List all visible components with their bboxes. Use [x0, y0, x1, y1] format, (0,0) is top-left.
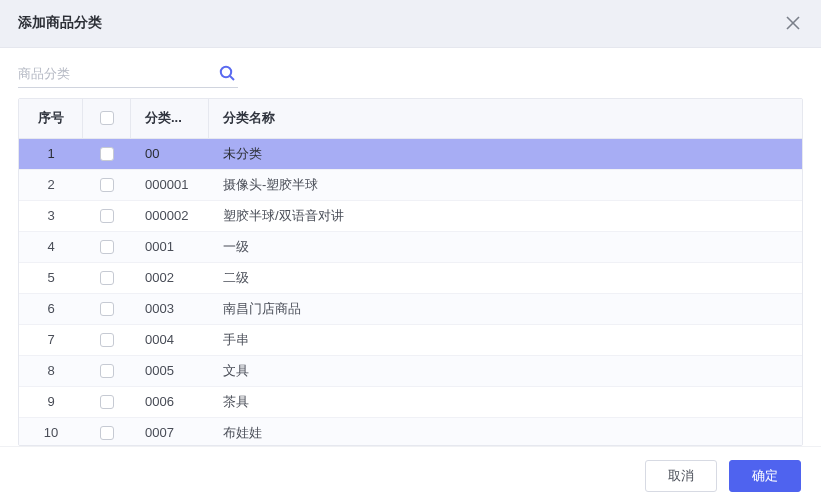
- cell-name: 一级: [209, 232, 802, 262]
- row-checkbox[interactable]: [100, 209, 114, 223]
- cell-checkbox: [83, 325, 131, 355]
- table-row[interactable]: 100未分类: [19, 139, 802, 170]
- cell-name: 南昌门店商品: [209, 294, 802, 324]
- cell-code: 0001: [131, 232, 209, 262]
- cell-code: 0005: [131, 356, 209, 386]
- cell-checkbox: [83, 201, 131, 231]
- row-checkbox[interactable]: [100, 147, 114, 161]
- row-checkbox[interactable]: [100, 302, 114, 316]
- cell-code: 0006: [131, 387, 209, 417]
- category-table: 序号 分类... 分类名称 100未分类2000001摄像头-塑胶半球30000…: [18, 98, 803, 446]
- table-row[interactable]: 100007布娃娃: [19, 418, 802, 446]
- search-icon[interactable]: [218, 64, 236, 82]
- cancel-button[interactable]: 取消: [645, 460, 717, 492]
- cell-checkbox: [83, 356, 131, 386]
- table-body[interactable]: 100未分类2000001摄像头-塑胶半球3000002塑胶半球/双语音对讲40…: [19, 139, 802, 446]
- row-checkbox[interactable]: [100, 364, 114, 378]
- search-input[interactable]: [18, 60, 238, 86]
- cell-checkbox: [83, 294, 131, 324]
- table-header: 序号 分类... 分类名称: [19, 99, 802, 139]
- cell-index: 5: [19, 263, 83, 293]
- cell-checkbox: [83, 170, 131, 200]
- cell-code: 0002: [131, 263, 209, 293]
- cell-name: 未分类: [209, 139, 802, 169]
- cell-checkbox: [83, 263, 131, 293]
- cell-checkbox: [83, 232, 131, 262]
- col-header-code: 分类...: [131, 99, 209, 138]
- col-header-name: 分类名称: [209, 99, 802, 138]
- table-row[interactable]: 70004手串: [19, 325, 802, 356]
- modal-title: 添加商品分类: [18, 14, 783, 32]
- row-checkbox[interactable]: [100, 395, 114, 409]
- modal: 添加商品分类 序号 分类... 分类名称 100未分类2000001摄像头-塑胶…: [0, 0, 821, 504]
- search-row: [0, 48, 821, 98]
- cell-index: 7: [19, 325, 83, 355]
- cell-index: 6: [19, 294, 83, 324]
- row-checkbox[interactable]: [100, 271, 114, 285]
- cell-checkbox: [83, 418, 131, 446]
- cell-name: 塑胶半球/双语音对讲: [209, 201, 802, 231]
- col-header-checkbox: [83, 99, 131, 138]
- row-checkbox[interactable]: [100, 333, 114, 347]
- cell-code: 0007: [131, 418, 209, 446]
- cell-index: 10: [19, 418, 83, 446]
- table-row[interactable]: 80005文具: [19, 356, 802, 387]
- cell-index: 8: [19, 356, 83, 386]
- cell-code: 00: [131, 139, 209, 169]
- cell-checkbox: [83, 387, 131, 417]
- table-row[interactable]: 3000002塑胶半球/双语音对讲: [19, 201, 802, 232]
- cell-name: 布娃娃: [209, 418, 802, 446]
- cell-name: 茶具: [209, 387, 802, 417]
- table-row[interactable]: 60003南昌门店商品: [19, 294, 802, 325]
- select-all-checkbox[interactable]: [100, 111, 114, 125]
- row-checkbox[interactable]: [100, 240, 114, 254]
- cell-code: 000002: [131, 201, 209, 231]
- row-checkbox[interactable]: [100, 426, 114, 440]
- cell-index: 3: [19, 201, 83, 231]
- ok-button[interactable]: 确定: [729, 460, 801, 492]
- cell-index: 2: [19, 170, 83, 200]
- cell-name: 文具: [209, 356, 802, 386]
- cell-index: 9: [19, 387, 83, 417]
- table-row[interactable]: 40001一级: [19, 232, 802, 263]
- search-field-wrap: [18, 60, 238, 88]
- row-checkbox[interactable]: [100, 178, 114, 192]
- cell-code: 0004: [131, 325, 209, 355]
- cell-name: 摄像头-塑胶半球: [209, 170, 802, 200]
- col-header-index: 序号: [19, 99, 83, 138]
- cell-index: 1: [19, 139, 83, 169]
- close-icon[interactable]: [783, 13, 803, 33]
- modal-header: 添加商品分类: [0, 0, 821, 48]
- cell-checkbox: [83, 139, 131, 169]
- cell-name: 手串: [209, 325, 802, 355]
- cell-index: 4: [19, 232, 83, 262]
- svg-line-3: [230, 76, 234, 80]
- cell-code: 000001: [131, 170, 209, 200]
- cell-code: 0003: [131, 294, 209, 324]
- table-row[interactable]: 50002二级: [19, 263, 802, 294]
- table-row[interactable]: 90006茶具: [19, 387, 802, 418]
- modal-footer: 取消 确定: [0, 446, 821, 504]
- cell-name: 二级: [209, 263, 802, 293]
- table-row[interactable]: 2000001摄像头-塑胶半球: [19, 170, 802, 201]
- svg-point-2: [221, 67, 231, 77]
